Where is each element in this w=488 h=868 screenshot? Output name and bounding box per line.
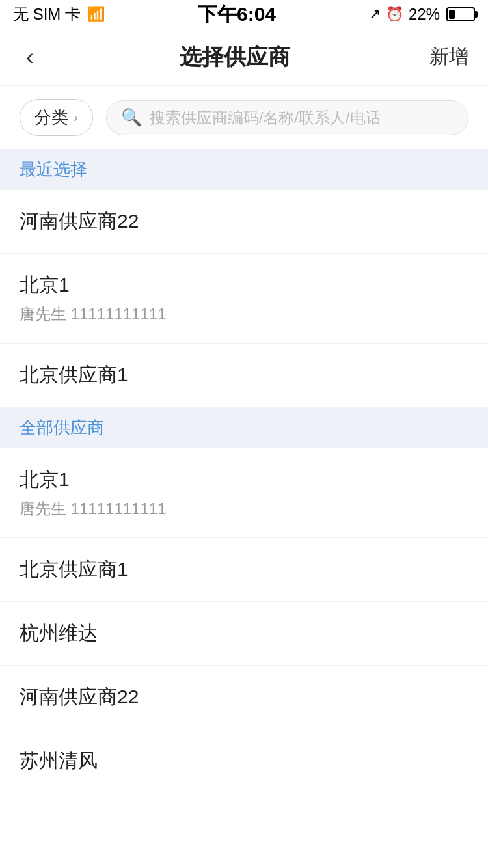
- new-supplier-button[interactable]: 新增: [429, 44, 468, 70]
- search-icon: 🔍: [121, 107, 142, 128]
- list-item[interactable]: 北京1 唐先生 11111111111: [0, 254, 488, 344]
- list-item[interactable]: 北京供应商1: [0, 538, 488, 602]
- list-item[interactable]: 苏州清风: [0, 729, 488, 793]
- chevron-right-icon: ›: [74, 110, 78, 125]
- back-button[interactable]: ‹: [20, 37, 40, 77]
- battery-icon: [446, 7, 475, 21]
- status-bar: 无 SIM 卡 📶 下午6:04 ↗ ⏰ 22%: [0, 0, 488, 29]
- status-left: 无 SIM 卡 📶: [13, 4, 105, 25]
- item-contact: 唐先生 11111111111: [20, 498, 468, 519]
- search-placeholder: 搜索供应商编码/名称/联系人/电话: [150, 107, 381, 128]
- carrier-label: 无 SIM 卡: [13, 4, 81, 25]
- item-contact: 唐先生 11111111111: [20, 304, 468, 325]
- status-right: ↗ ⏰ 22%: [369, 5, 475, 23]
- item-name: 河南供应商22: [20, 684, 468, 711]
- search-box[interactable]: 🔍 搜索供应商编码/名称/联系人/电话: [106, 100, 468, 135]
- list-item[interactable]: 杭州维达: [0, 602, 488, 666]
- item-name: 北京1: [20, 467, 468, 493]
- wifi-icon: 📶: [87, 6, 105, 23]
- item-name: 苏州清风: [20, 748, 468, 774]
- category-label: 分类: [34, 106, 68, 129]
- page-title: 选择供应商: [180, 42, 290, 72]
- item-name: 北京供应商1: [20, 362, 468, 388]
- status-time: 下午6:04: [198, 1, 276, 28]
- list-item[interactable]: 河南供应商22: [0, 190, 488, 254]
- list-item[interactable]: 北京供应商1: [0, 344, 488, 407]
- all-items-list: 北京1 唐先生 11111111111 北京供应商1 杭州维达 河南供应商22 …: [0, 448, 488, 793]
- item-name: 北京1: [20, 272, 468, 299]
- category-button[interactable]: 分类 ›: [20, 99, 93, 136]
- item-name: 北京供应商1: [20, 556, 468, 583]
- recent-section-header: 最近选择: [0, 149, 488, 190]
- nav-bar: ‹ 选择供应商 新增: [0, 29, 488, 86]
- item-name: 河南供应商22: [20, 208, 468, 235]
- location-icon: ↗: [369, 6, 381, 23]
- list-item[interactable]: 河南供应商22: [0, 666, 488, 729]
- list-item[interactable]: 北京1 唐先生 11111111111: [0, 448, 488, 538]
- all-section-header: 全部供应商: [0, 407, 488, 448]
- recent-items-list: 河南供应商22 北京1 唐先生 11111111111 北京供应商1: [0, 190, 488, 407]
- filter-bar: 分类 › 🔍 搜索供应商编码/名称/联系人/电话: [0, 86, 488, 149]
- alarm-icon: ⏰: [386, 6, 403, 23]
- item-name: 杭州维达: [20, 620, 468, 647]
- battery-percent: 22%: [409, 5, 440, 23]
